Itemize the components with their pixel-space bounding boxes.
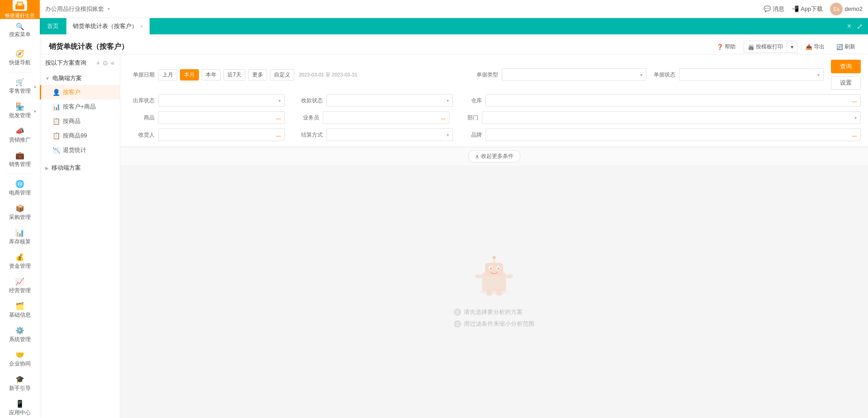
logo-text: 畅捷通好生意: [5, 12, 35, 19]
scheme-item-goods99[interactable]: 📋 按商品99: [40, 128, 120, 143]
scheme-customer-label: 按客户: [63, 88, 80, 96]
date-btn-this-month[interactable]: 本月: [180, 69, 199, 81]
left-panel: 按以下方案查询 + ⊙ « ▼ 电脑端方案 👤 按客户: [40, 54, 120, 418]
staff-select[interactable]: ...: [323, 111, 449, 124]
scheme-item-customer-goods[interactable]: 📊 按客户+商品: [40, 100, 120, 114]
scheme-returns-label: 退货统计: [63, 146, 86, 154]
tab-maximize-btn[interactable]: ⤢: [855, 22, 864, 31]
pc-tree-group: ▼ 电脑端方案 👤 按客户 📊 按客户+商品 📋 按商品: [40, 70, 120, 159]
sidebar-item-basic-info[interactable]: 🗂️ 基础信息: [0, 298, 40, 323]
tab-home-label: 首页: [47, 22, 59, 30]
newbie-label: 新手引导: [9, 385, 31, 392]
industry-dropdown-icon[interactable]: ▾: [108, 6, 110, 11]
sidebar-item-wholesale[interactable]: 🏪 批发管理 ▲: [0, 99, 40, 123]
staff-dots[interactable]: ...: [441, 114, 445, 121]
brand-select[interactable]: ...: [486, 128, 861, 141]
scheme-goods99-label: 按商品99: [63, 132, 87, 140]
finance-label: 资金管理: [9, 262, 31, 270]
warehouse-dots[interactable]: ...: [852, 97, 857, 104]
help-btn[interactable]: ❓ 帮助: [713, 41, 739, 52]
svg-point-9: [497, 267, 499, 269]
date-btn-custom[interactable]: 自定义: [270, 69, 294, 81]
out-status-select[interactable]: ▾: [158, 94, 285, 107]
operations-icon: 📈: [15, 277, 24, 286]
collect-status-select[interactable]: ▾: [326, 94, 453, 107]
customer-goods-icon: 📊: [52, 103, 60, 110]
industry-label[interactable]: 办公用品行业模拟账套: [45, 5, 104, 13]
scheme-item-returns[interactable]: 📉 退货统计: [40, 143, 120, 157]
pc-group-header[interactable]: ▼ 电脑端方案: [40, 71, 120, 85]
sidebar-item-cooperation[interactable]: 🤝 企业协同: [0, 347, 40, 371]
mobile-group-header[interactable]: ▶ 移动端方案: [40, 161, 120, 175]
sidebar-item-purchase[interactable]: 📦 采购管理: [0, 200, 40, 225]
tab-active[interactable]: 销货单统计表（按客户） ×: [66, 18, 150, 34]
date-btn-more[interactable]: 更多: [248, 69, 267, 81]
collapse-panel-icon[interactable]: «: [111, 59, 114, 66]
settle-select[interactable]: ▾: [326, 128, 453, 141]
system-label: 系统管理: [9, 336, 31, 343]
sidebar-item-quick-nav[interactable]: 🧭 快捷导航: [0, 46, 40, 70]
brand-dots[interactable]: ...: [852, 132, 857, 138]
status-filter-label: 单据状态: [650, 71, 675, 79]
sidebar-search[interactable]: 🔍 消息 搜索菜单: [0, 19, 40, 42]
sidebar-item-operations[interactable]: 📈 经营管理: [0, 274, 40, 298]
sidebar-nav: 🧭 快捷导航 🛒 零售管理 ▲ 🏪 批发管理 ▲ 📣 营销推广 💼 销售管理 🌐…: [0, 46, 40, 418]
hint-item-2: ② 用过滤条件来缩小分析范围: [454, 318, 534, 330]
sidebar-item-newbie[interactable]: 🎓 新手引导: [0, 371, 40, 396]
collapse-row: ∧ 收起更多条件: [120, 147, 868, 165]
scheme-item-goods[interactable]: 📋 按商品: [40, 114, 120, 128]
inventory-icon: 📊: [15, 228, 24, 237]
user-profile[interactable]: Ea demo2: [830, 3, 863, 15]
scheme-goods-label: 按商品: [63, 117, 80, 125]
receiver-dots[interactable]: ...: [276, 132, 281, 138]
status-select[interactable]: ▾: [679, 68, 824, 81]
app-download-btn[interactable]: 📲 App下载: [792, 5, 823, 13]
refresh-btn[interactable]: 🔄 刷新: [833, 41, 859, 52]
collapse-btn[interactable]: ∧ 收起更多条件: [468, 150, 520, 162]
filter-row-3: 商品 ... 业务员 ... 部门 ▾: [127, 111, 861, 124]
sidebar-item-finance[interactable]: 💰 资金管理: [0, 249, 40, 274]
app-download-label: App下载: [801, 5, 823, 13]
scheme-item-customer[interactable]: 👤 按客户: [40, 85, 120, 100]
retail-label: 零售管理: [9, 87, 31, 95]
tab-home[interactable]: 首页: [40, 18, 66, 34]
tab-close-icon[interactable]: ×: [140, 24, 143, 29]
sales-icon: 💼: [15, 151, 24, 160]
hint-item-1: ① 请先选择要分析的方案: [454, 306, 534, 318]
warehouse-select[interactable]: ...: [486, 94, 861, 107]
logo[interactable]: 畅捷通好生意: [0, 0, 40, 19]
dept-select[interactable]: ▾: [482, 111, 861, 124]
message-btn[interactable]: 💬 消息: [764, 5, 784, 13]
wholesale-arrow-icon: ▲: [33, 109, 37, 113]
date-btn-this-year[interactable]: 本年: [202, 69, 221, 81]
tab-minimize-btn[interactable]: ×: [845, 22, 853, 30]
empty-hints: ① 请先选择要分析的方案 ② 用过滤条件来缩小分析范围: [454, 306, 534, 330]
print-icon: 🖨️: [748, 44, 755, 50]
sidebar-item-marketing[interactable]: 📣 营销推广: [0, 123, 40, 147]
goods-dots[interactable]: ...: [276, 114, 281, 121]
sidebar-item-ecommerce[interactable]: 🌐 电商管理: [0, 176, 40, 200]
download-icon: 📲: [792, 5, 799, 12]
receiver-select[interactable]: ...: [158, 128, 285, 141]
goods-select[interactable]: ...: [158, 111, 285, 124]
sidebar-item-inventory[interactable]: 📊 库存核算: [0, 225, 40, 249]
settings-button[interactable]: 设置: [831, 76, 861, 90]
scheme-settings-icon[interactable]: ⊙: [103, 59, 108, 66]
sidebar-item-retail[interactable]: 🛒 零售管理 ▲: [0, 74, 40, 99]
page-area: 销货单统计表（按客户） ❓ 帮助 🖨️ 按模板打印 ▾ 📤: [40, 34, 868, 418]
print-btn[interactable]: 🖨️ 按模板打印: [744, 41, 787, 52]
type-select[interactable]: ▾: [502, 68, 646, 81]
ecommerce-label: 电商管理: [9, 189, 31, 197]
print-dropdown-btn[interactable]: ▾: [787, 42, 797, 52]
cooperation-icon: 🤝: [15, 351, 24, 359]
add-scheme-icon[interactable]: +: [96, 59, 100, 66]
sidebar-item-apps[interactable]: 📱 应用中心: [0, 396, 40, 418]
query-button[interactable]: 查询: [831, 60, 861, 73]
date-btn-7days[interactable]: 近7天: [223, 69, 245, 81]
export-btn[interactable]: 📤 导出: [802, 41, 828, 52]
cooperation-label: 企业协同: [9, 360, 31, 368]
sidebar-item-sales[interactable]: 💼 销售管理: [0, 147, 40, 172]
type-select-arrow: ▾: [640, 72, 642, 77]
sidebar-item-system[interactable]: ⚙️ 系统管理: [0, 323, 40, 347]
date-btn-last-month[interactable]: 上月: [158, 69, 177, 81]
